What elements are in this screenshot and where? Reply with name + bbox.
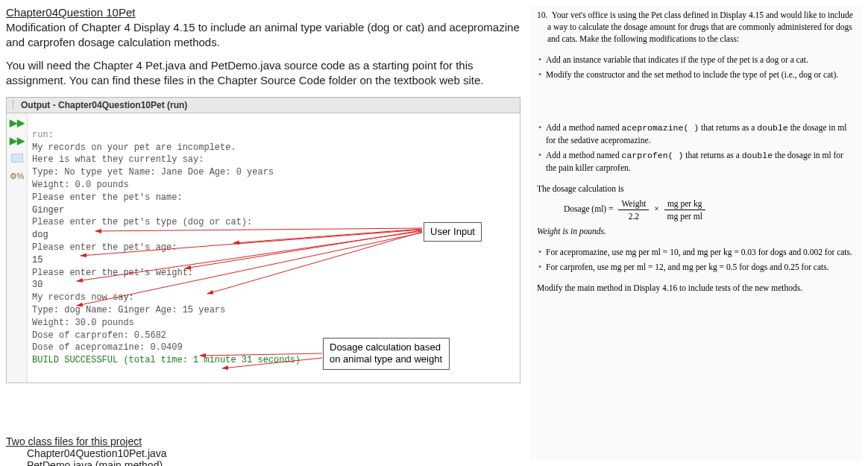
bullet-5: For acepromazine, use mg per ml = 10, an… (546, 246, 855, 258)
bullet-3: Add a method named acepromazine( ) that … (546, 122, 855, 146)
console-line: My records on your pet are incomplete. (32, 142, 236, 153)
file-1: Chapter04Question10Pet.java (27, 447, 521, 459)
console-line: Please enter the pet's type (dog or cat)… (32, 217, 252, 227)
bullet-2: Modify the constructor and the set metho… (546, 69, 855, 81)
console-line: Weight: 30.0 pounds (32, 318, 134, 328)
console-line: 15 (32, 255, 43, 265)
output-title-text: Output - Chapter04Question10Pet (run) (21, 100, 187, 110)
console-gutter: ▶▶ ▶▶ ⚙% (7, 113, 28, 382)
console-line: Please enter the pet's weight: (32, 268, 193, 278)
callout-dosage: Dosage calculation based on animal type … (323, 338, 450, 370)
file-2: PetDemo.java (main method) (27, 459, 521, 466)
run-icon-2[interactable]: ▶▶ (10, 134, 24, 146)
console-line: My records now say: (32, 292, 134, 303)
weight-note: Weight is in pounds. (537, 225, 855, 237)
console-line: dog (32, 230, 48, 240)
page-title: Chapter04Question 10Pet (6, 6, 521, 19)
console-line: Please enter the pet's age: (32, 242, 177, 253)
bullet-1: Add an instance variable that indicates … (546, 54, 855, 66)
console-line: Dose of acepromazine: 0.0409 (32, 342, 183, 353)
left-column: Chapter04Question 10Pet Modification of … (6, 6, 521, 460)
console-line: Here is what they currently say: (32, 154, 204, 165)
stop-icon[interactable] (10, 152, 24, 164)
description: Modification of Chapter 4 Display 4.15 t… (6, 20, 521, 51)
console-line: BUILD SUCCESSFUL (total time: 1 minute 3… (32, 355, 301, 365)
output-panel-title: Output - Chapter04Question10Pet (run) (6, 97, 521, 113)
console-line: Please enter the pet's name: (32, 192, 183, 203)
bullet-6: For carprofen, use mg per ml = 12, and m… (546, 261, 855, 273)
bullet-4: Add a method named carprofen( ) that ret… (546, 149, 855, 174)
problem-intro: 10. Your vet's office is using the Pet c… (537, 9, 855, 45)
console-line: Type: No type yet Name: Jane Doe Age: 0 … (32, 167, 274, 177)
console-line: Ginger (32, 205, 64, 215)
settings-icon[interactable]: ⚙% (10, 170, 24, 182)
run-icon[interactable]: ▶▶ (10, 116, 24, 128)
modify-main: Modify the main method in Display 4.16 t… (537, 282, 855, 294)
files-section: Two class files for this project Chapter… (6, 435, 521, 466)
console-line: Dose of carprofen: 0.5682 (32, 330, 166, 341)
console-line: Type: dog Name: Ginger Age: 15 years (32, 305, 225, 315)
callout-user-input: User Input (424, 222, 482, 242)
files-heading: Two class files for this project (6, 435, 521, 447)
console-line: run: (32, 130, 54, 140)
problem-statement: 10. Your vet's office is using the Pet c… (529, 6, 862, 460)
console-line: Weight: 0.0 pounds (32, 180, 129, 190)
calc-label: The dosage calculation is (537, 183, 855, 195)
dosage-formula: Dosage (ml) = Weight 2.2 × mg per kg mg … (537, 198, 855, 222)
console-line: 30 (32, 280, 43, 290)
prerequisites: You will need the Chapter 4 Pet.java and… (6, 58, 521, 89)
